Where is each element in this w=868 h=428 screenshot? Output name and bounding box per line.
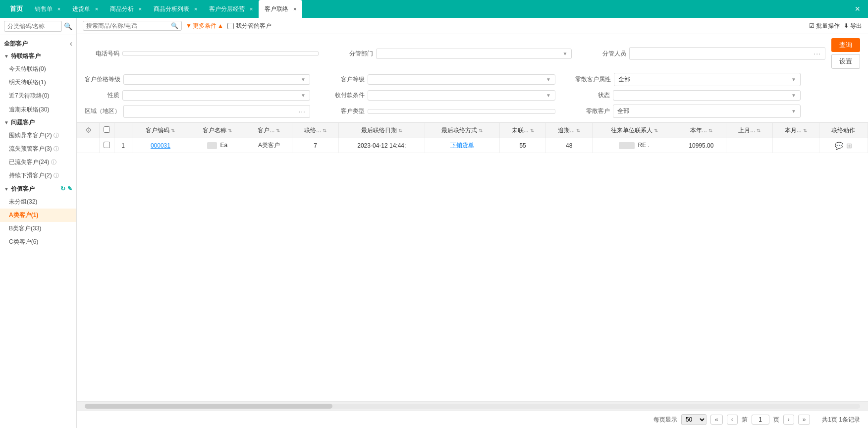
query-button[interactable]: 查询 — [831, 38, 860, 52]
batch-op-label: 批量操作 — [816, 22, 840, 30]
filter-search-icon[interactable]: 🔍 — [171, 22, 178, 29]
col-last-method-sort[interactable]: ⇅ — [479, 128, 483, 133]
sidebar-item-overdue[interactable]: 逾期未联络(30) — [0, 103, 76, 116]
sidebar-item-7days[interactable]: 近7天待联络(0) — [0, 89, 76, 103]
export-label: 导出 — [850, 22, 862, 30]
filter-customer-level-select[interactable]: ▼ — [368, 74, 555, 85]
close-purchase-tab[interactable]: × — [95, 6, 98, 12]
pending-group-label: 待联络客户 — [11, 52, 41, 60]
close-analysis-tab[interactable]: × — [139, 6, 142, 12]
sidebar-search-icon[interactable]: 🔍 — [64, 22, 72, 30]
sidebar-item-tomorrow[interactable]: 明天待联络(1) — [0, 76, 76, 89]
filter-search-input[interactable] — [86, 22, 171, 29]
select-all-checkbox[interactable] — [104, 126, 110, 133]
nav-analysis-list[interactable]: 商品分析列表 × — [148, 0, 203, 18]
col-year-sort[interactable]: ⇅ — [708, 128, 712, 133]
first-page-btn[interactable]: « — [710, 415, 723, 425]
col-last-month-label: 上月... — [738, 126, 755, 135]
scrollbar-thumb[interactable] — [85, 404, 332, 409]
export-btn[interactable]: ⬇ 导出 — [844, 22, 862, 30]
sidebar-item-class-c[interactable]: C类客户(6) — [0, 235, 76, 249]
my-customers-checkbox[interactable] — [227, 23, 234, 29]
col-last-month-sort[interactable]: ⇅ — [757, 128, 760, 133]
filter-customer-type-input[interactable] — [368, 109, 555, 114]
sidebar-search-input[interactable] — [4, 21, 62, 32]
filter-more-btn[interactable]: ▼ 更多条件 ▲ — [186, 22, 223, 30]
sidebar-search-area: 🔍 — [0, 18, 76, 35]
col-overdue-label: 逾期... — [558, 126, 575, 135]
prev-page-btn[interactable]: ‹ — [727, 415, 738, 425]
filter-status-select[interactable]: ▼ — [613, 90, 801, 101]
group-pending-contact[interactable]: ▼ 待联络客户 — [0, 50, 76, 62]
row-code[interactable]: 000031 — [132, 138, 189, 153]
sidebar-item-ungrouped[interactable]: 未分组(32) — [0, 195, 76, 209]
nav-customer-seg[interactable]: 客户分层经营 × — [203, 0, 259, 18]
sidebar-item-today[interactable]: 今天待联络(0) — [0, 62, 76, 76]
col-unit-contact: 往来单位联系人 ⇅ — [593, 123, 676, 138]
next-page-btn[interactable]: › — [783, 415, 794, 425]
col-name-sort[interactable]: ⇅ — [228, 128, 232, 133]
col-code-sort[interactable]: ⇅ — [171, 128, 175, 133]
data-table-wrap: ⚙ 客户编码 ⇅ — [77, 122, 868, 401]
pending-arrow: ▼ — [4, 54, 9, 59]
page-input[interactable] — [752, 415, 769, 425]
per-page-select[interactable]: 50 20 100 — [681, 414, 706, 425]
filter-payment: 收付款条件 ▼ — [330, 90, 555, 101]
row-message-icon[interactable]: 💬 — [835, 142, 843, 150]
filter-more-label: 更多条件 — [193, 22, 217, 30]
nav-home[interactable]: 首页 — [4, 0, 29, 18]
filter-payment-select[interactable]: ▼ — [368, 90, 555, 101]
close-window-button[interactable]: × — [851, 4, 864, 14]
problem-arrow: ▼ — [4, 120, 9, 125]
batch-op-btn[interactable]: ☑ 批量操作 — [809, 22, 840, 30]
col-overdue-sort[interactable]: ⇅ — [576, 128, 580, 133]
nav-sales[interactable]: 销售单 × — [29, 0, 66, 18]
sidebar-item-churn-warn[interactable]: 流失预警客户(3) ⓘ — [0, 142, 76, 156]
col-code-label: 客户编码 — [146, 126, 169, 135]
group-problem-customers[interactable]: ▼ 问题客户 — [0, 116, 76, 129]
my-customers-checkbox-wrap[interactable]: 我分管的客户 — [227, 22, 271, 30]
sidebar-collapse-btn[interactable]: ‹ — [70, 39, 72, 48]
nav-purchase[interactable]: 进货单 × — [66, 0, 104, 18]
col-type-sort[interactable]: ⇅ — [276, 128, 280, 133]
nav-analysis[interactable]: 商品分析 × — [104, 0, 148, 18]
close-sales-tab[interactable]: × — [57, 6, 60, 12]
col-uncontacted-sort[interactable]: ⇅ — [530, 128, 534, 133]
filter-region-input[interactable]: ··· — [123, 105, 310, 118]
close-analysis-list-tab[interactable]: × — [194, 6, 197, 12]
value-refresh-icon[interactable]: ↻ — [60, 185, 65, 192]
sidebar-item-hoarding[interactable]: 囤购异常客户(2) ⓘ — [0, 129, 76, 142]
filter-price-level: 客户价格等级 ▼ — [85, 74, 310, 85]
sidebar-item-class-a[interactable]: A类客户(1) — [0, 209, 76, 222]
filter-status-label: 状态 — [575, 91, 610, 100]
filter-retail-attr-select[interactable]: 全部 ▼ — [614, 73, 801, 86]
table-gear-icon[interactable]: ⚙ — [85, 126, 92, 134]
col-unit-contact-sort[interactable]: ⇅ — [654, 128, 658, 133]
filter-phone-input[interactable] — [122, 51, 319, 56]
filter-retail-customer-select[interactable]: 全部 ▼ — [613, 105, 801, 118]
value-edit-icon[interactable]: ✎ — [67, 185, 72, 192]
sidebar-item-declining[interactable]: 持续下滑客户(2) ⓘ — [0, 169, 76, 182]
close-customer-contact-tab[interactable]: × — [293, 6, 296, 12]
filter-nature-select[interactable]: ▼ — [122, 90, 310, 101]
filter-dept-select[interactable]: ▼ — [376, 49, 572, 59]
row-checkbox[interactable] — [104, 142, 110, 148]
col-contact-sort[interactable]: ⇅ — [323, 128, 326, 133]
row-last-method[interactable]: 下销货单 — [425, 138, 499, 153]
group-value-customers[interactable]: ▼ 价值客户 ↻ ✎ — [0, 183, 76, 195]
last-page-btn[interactable]: » — [798, 415, 811, 425]
settings-button[interactable]: 设置 — [831, 54, 860, 69]
filter-manager-input[interactable]: ··· — [629, 47, 825, 60]
filter-bar: 🔍 ▼ 更多条件 ▲ 我分管的客户 ☑ 批量操作 — [77, 18, 868, 34]
row-checkbox-cell — [100, 138, 114, 153]
col-last-month: 上月... ⇅ — [726, 123, 773, 138]
row-share-icon[interactable]: ⊞ — [846, 142, 852, 150]
col-this-month-sort[interactable]: ⇅ — [803, 128, 807, 133]
col-contact: 联络... ⇅ — [292, 123, 339, 138]
close-customer-seg-tab[interactable]: × — [250, 6, 253, 12]
filter-price-level-select[interactable]: ▼ — [123, 74, 310, 85]
sidebar-item-churned[interactable]: 已流失客户(24) ⓘ — [0, 156, 76, 169]
nav-customer-contact[interactable]: 客户联络 × — [259, 0, 302, 18]
sidebar-item-class-b[interactable]: B类客户(33) — [0, 222, 76, 235]
col-last-date-sort[interactable]: ⇅ — [398, 128, 402, 133]
